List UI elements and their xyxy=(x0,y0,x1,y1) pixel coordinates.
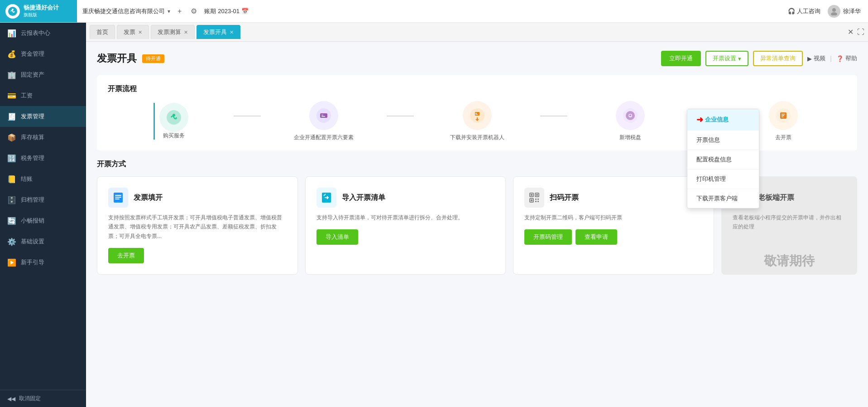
play-icon: ▶ xyxy=(807,55,812,62)
dropdown-item-printer-mgmt[interactable]: 打印机管理 xyxy=(687,170,759,189)
step-4-label: 新增税盘 xyxy=(619,134,641,141)
sidebar-item-label: 税务管理 xyxy=(21,154,44,162)
tab-label: 发票开具 xyxy=(203,28,227,36)
tab-invoice-open[interactable]: 发票开具 ✕ xyxy=(197,25,240,39)
inventory-icon: 📦 xyxy=(7,133,16,142)
maximize-button[interactable]: ⛶ xyxy=(857,28,864,36)
sidebar-item-fund-mgmt[interactable]: 💰 资金管理 xyxy=(0,44,86,64)
user-name: 徐泽华 xyxy=(843,7,861,15)
flow-section-title: 开票流程 xyxy=(108,84,846,94)
dropdown-label-1: 开票信息 xyxy=(696,136,720,143)
view-apply-button[interactable]: 查看申请 xyxy=(575,229,617,245)
settings-label: 开票设置 xyxy=(713,54,736,63)
dropdown-item-download-client[interactable]: 下载开票客户端 xyxy=(687,189,759,208)
sidebar-item-closing[interactable]: 📒 结账 xyxy=(0,169,86,189)
sidebar-item-invoice-mgmt[interactable]: 🧾 发票管理 xyxy=(0,106,86,127)
buy-service-icon: + xyxy=(166,109,182,126)
svg-rect-32 xyxy=(536,194,538,196)
dropdown-item-tax-config[interactable]: 配置税盘信息 xyxy=(687,150,759,170)
method-desc-4: 查看老板端小程序提交的开票申请，并作出相应的处理 xyxy=(733,213,846,232)
tax-icon: 🔢 xyxy=(7,154,16,163)
sidebar-item-label: 工资 xyxy=(21,92,33,100)
svg-rect-34 xyxy=(531,199,532,201)
flow-connector-3 xyxy=(540,116,567,116)
scan-buttons: 开票码管理 查看申请 xyxy=(524,229,703,245)
sidebar-item-report-sales[interactable]: 🔄 小畅报销 xyxy=(0,210,86,231)
sidebar-item-label: 资金管理 xyxy=(21,50,44,58)
step-1-label: 购买服务 xyxy=(163,132,185,140)
method-card-header-2: 导入开票清单 xyxy=(317,188,495,208)
svg-rect-25 xyxy=(115,195,121,196)
svg-rect-23 xyxy=(782,116,783,117)
sidebar-item-archive[interactable]: 🗄️ 归档管理 xyxy=(0,189,86,210)
step-1-icon: + xyxy=(159,103,188,132)
logo-badge: 旗舰版 xyxy=(24,12,59,18)
settings-dropdown-container: 开票设置 ▾ xyxy=(705,51,748,66)
method-card-header-1: 发票填开 xyxy=(108,188,287,208)
tab-home[interactable]: 首页 xyxy=(90,25,115,39)
svg-rect-8 xyxy=(320,113,327,118)
cancel-pin-label: 取消固定 xyxy=(19,395,41,402)
method-card-scan: 扫码开票 支持定制开票二维码，客户端可扫码开票 开票码管理 查看申请 xyxy=(513,176,714,275)
period-text: 账期 xyxy=(204,7,216,15)
go-invoice-button[interactable]: 去开票 xyxy=(108,248,144,263)
close-icon[interactable]: ✕ xyxy=(230,29,234,35)
sidebar-item-label: 云报表中心 xyxy=(21,29,50,37)
user-icon xyxy=(830,7,838,15)
page-content: 发票开具 待开通 立即开通 开票设置 ▾ 异常清单查询 ▶ xyxy=(86,42,868,407)
sidebar-item-cloud-report[interactable]: 📊 云报表中心 xyxy=(0,23,86,44)
step-3-label: 下载并安装开票机器人 xyxy=(450,134,504,141)
svg-rect-37 xyxy=(535,201,537,202)
method-name-2: 导入开票清单 xyxy=(342,193,385,203)
logo-svg xyxy=(8,6,18,16)
video-button[interactable]: ▶ 视频 xyxy=(807,54,825,63)
company-selector[interactable]: 重庆畅捷交通信息咨询有限公司 ▾ xyxy=(82,7,170,15)
app-container: 畅捷通好会计 旗舰版 重庆畅捷交通信息咨询有限公司 ▾ + ⚙ 账期 2023-… xyxy=(0,0,868,407)
dropdown-label-4: 下载开票客户端 xyxy=(696,195,738,202)
step-5-icon xyxy=(769,101,798,130)
headset-icon: 🎧 xyxy=(788,8,795,15)
sidebar-item-tax-mgmt[interactable]: 🔢 税务管理 xyxy=(0,148,86,169)
flow-step-4: + 新增税盘 xyxy=(567,101,693,141)
import-list-button[interactable]: 导入清单 xyxy=(317,229,358,245)
invoice-icon: 🧾 xyxy=(7,112,16,121)
close-window-button[interactable]: ✕ xyxy=(848,28,854,36)
close-icon[interactable]: ✕ xyxy=(184,29,188,35)
new-guide-icon: ▶️ xyxy=(7,258,16,267)
support-button[interactable]: 🎧 人工咨询 xyxy=(788,7,820,15)
tab-invoice-calc[interactable]: 发票测算 ✕ xyxy=(151,25,195,39)
main-area: 📊 云报表中心 💰 资金管理 🏢 固定资产 💳 工资 🧾 发票管理 📦 xyxy=(0,23,868,407)
dropdown-item-invoice-info[interactable]: 开票信息 xyxy=(687,131,759,150)
page-header: 发票开具 待开通 立即开通 开票设置 ▾ 异常清单查询 ▶ xyxy=(97,51,857,66)
user-area[interactable]: 徐泽华 xyxy=(828,5,861,18)
help-button[interactable]: ❓ 帮助 xyxy=(836,54,857,63)
sidebar-item-label: 结账 xyxy=(21,175,33,183)
sidebar-item-label: 小畅报销 xyxy=(21,217,44,225)
invoice-settings-button[interactable]: 开票设置 ▾ xyxy=(705,51,748,66)
method-card-header-3: 扫码开票 xyxy=(524,188,703,208)
sidebar-item-basic-settings[interactable]: ⚙️ 基础设置 xyxy=(0,231,86,252)
qr-mgmt-button[interactable]: 开票码管理 xyxy=(524,229,572,245)
dropdown-item-company-info[interactable]: ➜ 企业信息 xyxy=(687,109,759,131)
sidebar-item-fixed-assets[interactable]: 🏢 固定资产 xyxy=(0,64,86,85)
svg-rect-22 xyxy=(782,115,784,116)
pin-icon: ◀◀ xyxy=(7,396,15,402)
method-card-manual: 发票填开 支持按照发票样式手工填开发票；可开具增值税电子普通发票、增值税普通发票… xyxy=(97,176,298,275)
go-invoice-icon xyxy=(775,107,791,124)
settings-icon[interactable]: ⚙ xyxy=(189,5,199,17)
tab-label: 发票 xyxy=(124,28,135,36)
close-icon[interactable]: ✕ xyxy=(138,29,142,35)
svg-rect-38 xyxy=(537,201,539,202)
method-desc-2: 支持导入待开票清单，可对待开票清单进行拆分、合并处理。 xyxy=(317,213,495,222)
method-name-3: 扫码开票 xyxy=(550,193,579,203)
sidebar-item-inventory[interactable]: 📦 库存核算 xyxy=(0,127,86,148)
activate-button[interactable]: 立即开通 xyxy=(661,51,701,66)
add-company-button[interactable]: + xyxy=(176,5,183,17)
basic-settings-icon: ⚙️ xyxy=(7,237,16,246)
calendar-icon[interactable]: 📅 xyxy=(241,8,249,15)
cancel-pin-button[interactable]: ◀◀ 取消固定 xyxy=(0,390,86,407)
abnormal-list-button[interactable]: 异常清单查询 xyxy=(753,51,803,66)
sidebar-item-new-guide[interactable]: ▶️ 新手引导 xyxy=(0,252,86,273)
sidebar-item-salary[interactable]: 💳 工资 xyxy=(0,85,86,106)
tab-invoice[interactable]: 发票 ✕ xyxy=(117,25,149,39)
